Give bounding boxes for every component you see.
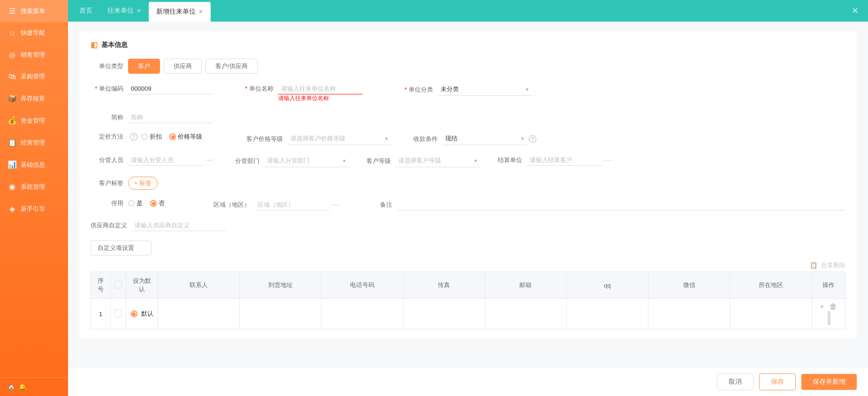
custom-settings-button[interactable]: 自定义项设置 — [91, 241, 152, 256]
sidebar-item-purchase[interactable]: 🛍 采购管理 — [0, 66, 68, 87]
batch-delete-area: 📋 批量删除 — [91, 261, 845, 270]
customer-price-select[interactable]: 请选择客户价格等级 ▾ — [288, 132, 391, 145]
home-bottom-icon[interactable]: 🏠 — [8, 383, 15, 390]
sidebar-item-operations[interactable]: 📋 经营管理 — [0, 132, 68, 154]
address-input[interactable] — [244, 311, 317, 318]
supplier-custom-row: 供应商自定义 — [91, 220, 845, 231]
unit-name-error: 请输入往来单位名称 — [278, 95, 329, 101]
notification-icon[interactable]: 🔔 — [19, 383, 26, 390]
sidebar-item-sales[interactable]: ◎ 销售管理 — [0, 44, 68, 66]
batch-delete-icon: 📋 — [810, 262, 817, 269]
type-btn-customer[interactable]: 客户 — [128, 59, 160, 74]
wechat-input[interactable] — [652, 311, 726, 318]
manager-more-icon[interactable]: ··· — [205, 156, 214, 164]
tab-counterparty[interactable]: 往来单位 ✕ — [100, 0, 149, 22]
tab-new-counterparty[interactable]: 新增往来单位 ✕ — [149, 2, 211, 22]
col-fax: 传真 — [403, 272, 485, 299]
settlement-field: 结算单位 ··· — [489, 155, 613, 166]
select-all-checkbox[interactable] — [114, 281, 122, 288]
sidebar-item-quick-nav[interactable]: ⌂ 快捷导航 — [0, 22, 68, 44]
cell-email[interactable] — [485, 299, 566, 329]
radio-suspend-yes[interactable]: 是 — [128, 199, 143, 208]
pricing-help-icon[interactable]: ? — [130, 133, 137, 140]
tab-new-counterparty-label: 新增往来单位 — [156, 8, 196, 16]
payment-terms-arrow-icon: ▾ — [521, 136, 524, 142]
payment-terms-select[interactable]: 现结 ▾ — [442, 132, 527, 145]
type-btn-both[interactable]: 客户/供应商 — [206, 59, 258, 74]
tab-new-counterparty-close[interactable]: ✕ — [198, 8, 203, 15]
manager-input[interactable] — [128, 155, 203, 166]
phone-input[interactable] — [325, 311, 399, 318]
cell-qq[interactable] — [566, 299, 648, 329]
radio-price-level-label: 价格等级 — [178, 132, 202, 141]
row-checkbox[interactable] — [114, 310, 122, 317]
cell-region[interactable] — [730, 299, 812, 329]
radio-suspend-no[interactable]: 否 — [150, 199, 165, 208]
window-close-button[interactable]: ✕ — [846, 6, 864, 16]
cell-phone[interactable] — [321, 299, 403, 329]
email-input[interactable] — [489, 311, 563, 318]
radio-price-level[interactable]: 价格等级 — [169, 132, 202, 141]
sidebar-item-label: 销售管理 — [21, 51, 45, 59]
sidebar-item-inventory[interactable]: 📦 库存核算 — [0, 87, 68, 109]
tags-row: 客户标签 + 标签 — [91, 177, 845, 190]
unit-category-select[interactable]: 未分类 ▾ — [438, 83, 532, 96]
region-input[interactable] — [255, 199, 330, 210]
type-btn-supplier[interactable]: 供应商 — [164, 59, 202, 74]
customer-level-select[interactable]: 请选择客户等级 ▾ — [396, 155, 480, 167]
sidebar-item-system[interactable]: ◉ 系统管理 — [0, 176, 68, 198]
save-and-new-button[interactable]: 保存并新增 — [801, 374, 857, 390]
unit-name-input[interactable] — [278, 83, 363, 94]
payment-terms-help-icon[interactable]: ? — [529, 135, 536, 143]
settlement-more-icon[interactable]: ··· — [604, 156, 613, 164]
contact-input[interactable] — [162, 311, 236, 318]
sidebar-item-label: 快捷导航 — [21, 29, 45, 37]
col-region: 所在地区 — [730, 272, 812, 299]
default-radio[interactable]: 默认 — [130, 310, 154, 318]
customer-price-label: 客户价格等级 — [245, 135, 288, 143]
sidebar-item-finance[interactable]: 💰 资金管理 — [0, 109, 68, 132]
pricing-method-label: 定价方法 — [91, 132, 128, 141]
tab-home[interactable]: 首页 — [72, 0, 100, 22]
add-tag-button[interactable]: + 标签 — [128, 177, 158, 190]
tab-counterparty-close[interactable]: ✕ — [137, 8, 141, 14]
supplier-custom-input[interactable] — [132, 220, 226, 231]
save-button[interactable]: 保存 — [759, 373, 796, 390]
short-name-input[interactable] — [128, 112, 213, 123]
settlement-input[interactable] — [527, 155, 602, 166]
add-row-button[interactable]: + — [818, 303, 826, 311]
radio-no-label: 否 — [159, 199, 165, 208]
sidebar-item-guide[interactable]: ◈ 新手引导 — [0, 198, 68, 220]
tags-field: 客户标签 + 标签 — [91, 177, 845, 190]
cell-wechat[interactable] — [648, 299, 730, 329]
radio-discount-circle — [141, 133, 148, 140]
unit-category-field: 单位分类 未分类 ▾ — [400, 83, 532, 96]
unit-type-field: 单位类型 客户 供应商 客户/供应商 — [91, 59, 845, 74]
drag-handle[interactable] — [828, 311, 830, 325]
batch-delete-label[interactable]: 批量删除 — [821, 262, 845, 269]
customer-level-arrow-icon: ▾ — [474, 158, 477, 164]
fax-input[interactable] — [407, 311, 481, 318]
radio-price-level-circle — [169, 133, 176, 140]
pricing-row: 定价方法 ? 折扣 价格等级 — [91, 132, 845, 145]
sidebar-item-search[interactable]: ☰ 搜索菜单 — [0, 0, 68, 22]
sidebar-item-basic-info[interactable]: 📊 基础信息 — [0, 154, 68, 176]
radio-discount[interactable]: 折扣 — [141, 132, 162, 141]
page-content: ◧ 基本信息 单位类型 客户 供应商 客户/供应商 单位编码 — [68, 22, 868, 367]
unit-type-label: 单位类型 — [91, 62, 128, 70]
cell-fax[interactable] — [403, 299, 485, 329]
unit-code-input[interactable] — [128, 83, 213, 94]
dept-select[interactable]: 请输入分管部门 ▾ — [264, 155, 349, 167]
cancel-button[interactable]: 取消 — [717, 373, 754, 390]
qq-input[interactable] — [571, 311, 644, 318]
sales-icon: ◎ — [8, 50, 17, 59]
delete-row-button[interactable]: 🗑 — [828, 303, 839, 311]
customer-price-field: 客户价格等级 请选择客户价格等级 ▾ — [245, 132, 391, 145]
region-more-icon[interactable]: ··· — [332, 201, 341, 209]
remark-input[interactable] — [397, 199, 845, 210]
basic-info-icon: 📊 — [8, 160, 17, 169]
cell-address[interactable] — [240, 299, 321, 329]
tags-label: 客户标签 — [91, 179, 128, 187]
table-region-input[interactable] — [734, 311, 807, 318]
cell-contact[interactable] — [158, 299, 239, 329]
